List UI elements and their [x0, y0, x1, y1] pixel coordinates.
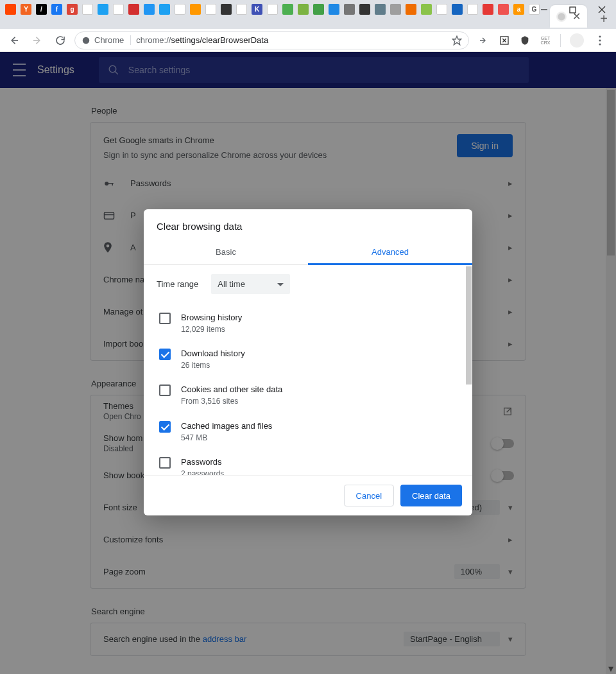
browser-toolbar: Chrome chrome://settings/clearBrowserDat… [0, 29, 616, 52]
svg-rect-2 [570, 7, 576, 13]
tab-favicon[interactable] [98, 4, 108, 15]
svg-point-13 [599, 39, 601, 41]
checkbox[interactable] [159, 457, 171, 469]
site-identity-chip[interactable]: Chrome [81, 35, 131, 45]
profile-avatar[interactable] [570, 33, 584, 48]
svg-point-7 [83, 37, 90, 44]
tab-favicon[interactable] [436, 4, 447, 15]
option-label: Browsing history [181, 312, 242, 324]
clear-browsing-data-dialog: Clear browsing data Basic Advanced Time … [144, 209, 472, 515]
tab-favicon[interactable] [329, 4, 339, 15]
time-range-label: Time range [157, 279, 198, 289]
tab-favicon[interactable]: Y [21, 4, 31, 15]
tab-favicon[interactable] [452, 4, 463, 15]
tab-favicon[interactable] [467, 4, 478, 15]
dialog-scrollbar-thumb[interactable] [466, 266, 472, 385]
tab-favicon[interactable] [82, 4, 93, 15]
option-label: Passwords [181, 456, 224, 469]
tab-favicon-strip: Y/fgKaG [0, 0, 545, 16]
time-range-select[interactable]: All time [211, 274, 290, 294]
extension-icon[interactable] [478, 35, 490, 46]
reload-button[interactable] [51, 31, 69, 49]
tab-favicon[interactable]: a [513, 4, 524, 15]
option-subtext: 12,029 items [181, 324, 242, 335]
clear-data-option[interactable]: Passwords2 passwords [157, 450, 468, 475]
checkbox[interactable] [159, 421, 171, 433]
window-titlebar: Y/fgKaG ✕ + [0, 0, 616, 29]
clear-data-option[interactable]: Cookies and other site dataFrom 3,516 si… [157, 377, 468, 413]
window-maximize-button[interactable] [558, 0, 587, 19]
tab-favicon[interactable] [236, 4, 247, 15]
back-button[interactable] [5, 31, 23, 49]
browser-menu-button[interactable] [593, 33, 607, 48]
option-subtext: 26 items [181, 360, 245, 371]
extension-crx-badge[interactable]: GETCRX [540, 35, 551, 46]
chrome-icon [81, 36, 90, 45]
tab-favicon[interactable] [406, 4, 416, 15]
separator [560, 34, 561, 47]
tab-favicon[interactable] [483, 4, 493, 15]
svg-point-14 [599, 43, 601, 45]
option-label: Download history [181, 348, 245, 360]
tab-favicon[interactable] [390, 4, 401, 15]
tab-favicon[interactable] [128, 4, 139, 15]
option-label: Cached images and files [181, 420, 272, 433]
tab-favicon[interactable] [5, 4, 16, 15]
bookmark-star-icon[interactable] [452, 35, 462, 46]
option-subtext: 2 passwords [181, 469, 224, 475]
tab-favicon[interactable]: g [67, 4, 78, 15]
tab-favicon[interactable]: K [252, 4, 262, 15]
tab-favicon[interactable] [175, 4, 185, 15]
extension-icon-2[interactable] [499, 35, 510, 46]
window-minimize-button[interactable] [529, 0, 558, 19]
tab-favicon[interactable] [375, 4, 386, 15]
tab-favicon[interactable] [344, 4, 355, 15]
checkbox[interactable] [159, 349, 171, 360]
option-label: Cookies and other site data [181, 384, 282, 396]
clear-data-option[interactable]: Download history26 items [157, 341, 468, 377]
tab-favicon[interactable]: / [36, 4, 47, 15]
option-subtext: From 3,516 sites [181, 396, 282, 407]
dialog-body: Time range All time Browsing history12,0… [144, 265, 472, 475]
tab-favicon[interactable] [282, 4, 293, 15]
checkbox[interactable] [159, 385, 171, 396]
tab-basic[interactable]: Basic [144, 241, 308, 264]
option-subtext: 547 MB [181, 433, 272, 444]
tab-favicon[interactable] [359, 4, 370, 15]
dialog-tabs: Basic Advanced [144, 241, 472, 265]
tab-advanced[interactable]: Advanced [308, 241, 472, 264]
tab-favicon[interactable] [498, 4, 509, 15]
tab-favicon[interactable]: f [51, 4, 62, 15]
svg-marker-8 [452, 36, 461, 44]
forward-button[interactable] [28, 31, 46, 49]
clear-data-button[interactable]: Clear data [400, 485, 462, 506]
dialog-scrollbar[interactable] [465, 265, 472, 475]
tab-favicon[interactable] [190, 4, 201, 15]
checkbox[interactable] [159, 313, 171, 324]
address-bar[interactable]: Chrome chrome://settings/clearBrowserDat… [74, 31, 469, 49]
extension-icon-3[interactable] [519, 35, 531, 46]
site-identity-label: Chrome [94, 35, 124, 45]
tab-favicon[interactable] [221, 4, 232, 15]
tab-favicon[interactable] [421, 4, 432, 15]
clear-data-option[interactable]: Cached images and files547 MB [157, 414, 468, 450]
tab-favicon[interactable] [267, 4, 278, 15]
tab-favicon[interactable] [298, 4, 309, 15]
tab-favicon[interactable] [205, 4, 216, 15]
tab-favicon[interactable] [159, 4, 170, 15]
window-close-button[interactable] [587, 0, 616, 19]
dialog-title: Clear browsing data [144, 209, 472, 241]
tab-favicon[interactable] [313, 4, 324, 15]
tab-favicon[interactable] [113, 4, 124, 15]
tab-favicon[interactable] [144, 4, 155, 15]
cancel-button[interactable]: Cancel [344, 485, 394, 506]
clear-data-option[interactable]: Browsing history12,029 items [157, 306, 468, 341]
svg-point-12 [599, 35, 601, 37]
url-text: chrome://settings/clearBrowserData [136, 35, 268, 45]
